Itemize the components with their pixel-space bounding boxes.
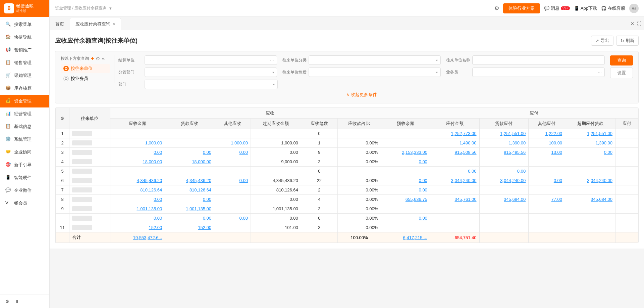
collapse-more-btn[interactable]: ∧ 收起更多条件	[118, 90, 605, 99]
table-cell[interactable]	[430, 204, 479, 214]
app-download-btn[interactable]: 📱 App下载	[574, 5, 597, 11]
table-cell[interactable]	[381, 167, 430, 176]
sidebar-item-search[interactable]: 🔍 搜索菜单	[0, 18, 49, 31]
online-service-btn[interactable]: 🎧 在线客服	[601, 5, 625, 11]
table-cell[interactable]	[381, 223, 430, 232]
footer-prepay[interactable]: 6,417,215....	[381, 232, 430, 243]
sidebar-item-operation[interactable]: 📊 经营管理	[0, 107, 49, 120]
table-cell[interactable]	[214, 185, 251, 195]
table-cell[interactable]	[529, 157, 565, 167]
table-cell[interactable]: 915,508.56	[430, 148, 479, 157]
table-cell[interactable]	[529, 214, 565, 223]
table-cell[interactable]: 0.00	[165, 214, 214, 223]
table-cell[interactable]	[565, 204, 615, 214]
table-cell[interactable]: 0.00	[381, 214, 430, 223]
table-cell[interactable]: 13.00	[529, 148, 565, 157]
sidebar-item-inventory[interactable]: 📦 库存核算	[0, 82, 49, 95]
table-cell[interactable]	[430, 157, 479, 167]
table-cell[interactable]: 1,490.00	[430, 138, 479, 148]
dept-input[interactable]: ▾	[145, 68, 277, 77]
table-cell[interactable]: 152.00	[165, 223, 214, 232]
promo-button[interactable]: 体验行业方案	[503, 3, 540, 13]
table-cell[interactable]	[214, 195, 251, 204]
table-cell[interactable]: 0.00	[165, 195, 214, 204]
table-cell[interactable]	[214, 167, 251, 176]
table-cell[interactable]: 100.00	[529, 138, 565, 148]
target-scheme-icon[interactable]: ⊙	[96, 56, 100, 61]
table-cell[interactable]	[529, 185, 565, 195]
sidebar-item-capital[interactable]: 💰 资金管理	[0, 95, 49, 107]
table-cell[interactable]: 0.00	[565, 148, 615, 157]
close-window-icon[interactable]: ✕	[631, 21, 634, 26]
add-scheme-icon[interactable]: +	[91, 55, 94, 61]
table-cell[interactable]	[381, 204, 430, 214]
scheme-by-unit[interactable]: 按往来单位	[61, 64, 110, 73]
table-cell[interactable]: 915,495.56	[479, 148, 529, 157]
table-cell[interactable]: 1,001,135.00	[110, 204, 165, 214]
table-cell[interactable]: 152.00	[110, 223, 165, 232]
table-cell[interactable]: 1,000.00	[110, 138, 165, 148]
table-cell[interactable]	[110, 167, 165, 176]
sidebar-item-sales[interactable]: 📋 销售管理	[0, 56, 49, 69]
table-cell[interactable]: 1,251,551.00	[565, 129, 615, 138]
table-cell[interactable]: 1,000.00	[214, 138, 251, 148]
th-settings[interactable]: ⚙	[56, 108, 69, 129]
message-btn[interactable]: 💬 消息 99+	[544, 5, 570, 11]
table-cell[interactable]	[214, 157, 251, 167]
table-cell[interactable]	[430, 223, 479, 232]
table-cell[interactable]: 18,000.00	[110, 157, 165, 167]
footer-ar-amount[interactable]: 19,553,472,6...	[110, 232, 165, 243]
table-cell[interactable]	[479, 185, 529, 195]
settlement-unit-input[interactable]: ···	[145, 55, 277, 65]
table-cell[interactable]	[165, 167, 214, 176]
table-cell[interactable]: 0.00	[381, 185, 430, 195]
table-cell[interactable]: 655,636.75	[381, 195, 430, 204]
table-cell[interactable]: 1,222.00	[529, 129, 565, 138]
sidebar-item-purchase[interactable]: 🛒 采购管理	[0, 69, 49, 82]
table-cell[interactable]: 0.00	[214, 148, 251, 157]
table-cell[interactable]	[430, 185, 479, 195]
table-cell[interactable]	[565, 223, 615, 232]
table-cell[interactable]: 345,761.00	[430, 195, 479, 204]
table-cell[interactable]	[381, 138, 430, 148]
user-avatar[interactable]: Rit	[629, 4, 639, 13]
table-cell[interactable]	[529, 204, 565, 214]
table-cell[interactable]: 0.00	[214, 176, 251, 185]
table-cell[interactable]	[165, 129, 214, 138]
table-cell[interactable]	[381, 129, 430, 138]
salesman-input[interactable]: ···	[472, 68, 605, 77]
sidebar-item-system[interactable]: ⚙️ 系统管理	[0, 133, 49, 146]
table-cell[interactable]	[479, 214, 529, 223]
tab-home[interactable]: 首页	[50, 18, 70, 30]
table-cell[interactable]: 0.00	[529, 176, 565, 185]
table-cell[interactable]: 345,684.00	[479, 195, 529, 204]
table-cell[interactable]: 0.00	[381, 157, 430, 167]
table-cell[interactable]	[565, 157, 615, 167]
table-cell[interactable]	[214, 129, 251, 138]
gear-icon[interactable]: ⚙	[494, 5, 499, 11]
table-cell[interactable]	[165, 138, 214, 148]
table-cell[interactable]: 0.00	[165, 148, 214, 157]
table-cell[interactable]: 345,684.00	[565, 195, 615, 204]
table-cell[interactable]	[529, 223, 565, 232]
table-cell[interactable]	[479, 204, 529, 214]
setting-button[interactable]: 设置	[610, 68, 633, 78]
table-settings-icon[interactable]: ⚙	[58, 115, 66, 123]
department-input[interactable]: ▾	[145, 80, 278, 89]
tab-arquery[interactable]: 应收应付余额查询 ✕	[70, 18, 121, 30]
unit-nature-input[interactable]: ▾	[309, 68, 441, 77]
unit-name-input[interactable]	[472, 55, 605, 65]
scheme-by-staff[interactable]: 按业务员	[61, 74, 110, 83]
table-cell[interactable]	[430, 214, 479, 223]
refresh-button[interactable]: ↻ 刷新	[616, 36, 639, 46]
sidebar-item-member[interactable]: V 畅会员	[0, 197, 49, 210]
table-cell[interactable]	[214, 204, 251, 214]
table-cell[interactable]: 0.00	[430, 167, 479, 176]
table-cell[interactable]	[565, 167, 615, 176]
table-cell[interactable]	[479, 223, 529, 232]
table-cell[interactable]: 0.00	[479, 167, 529, 176]
unit-category-input[interactable]: ▾	[309, 55, 441, 65]
export-button[interactable]: ↗ 导出	[591, 36, 613, 46]
table-cell[interactable]: 18,000.00	[165, 157, 214, 167]
collapse-icon[interactable]: ⏸	[15, 299, 19, 304]
